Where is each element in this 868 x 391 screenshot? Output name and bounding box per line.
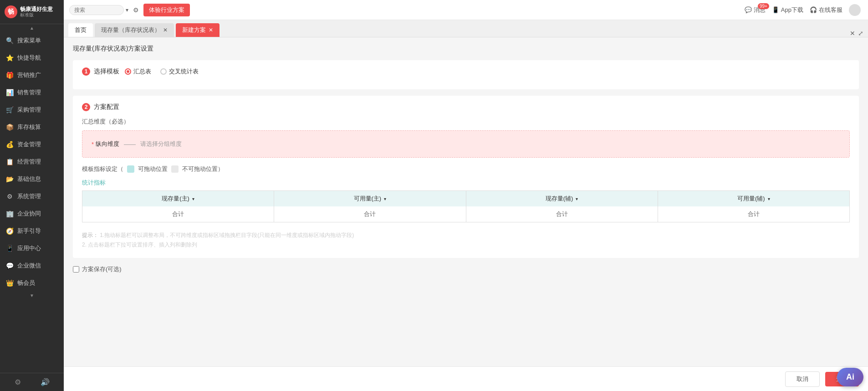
section-config: 2 方案配置 汇总维度（必选） * 纵向维度 —— 请选择分组维度 模板指标设定… [73, 96, 859, 258]
stats-col-4-data: 合计 [658, 206, 849, 222]
tip2-row: 2. 点击标题栏下拉可设置排序、插入列和删除列 [82, 241, 850, 249]
radio-cross[interactable]: 交叉统计表 [160, 67, 199, 76]
stats-col-2-dropdown-icon[interactable]: ▾ [384, 196, 386, 201]
radio-summary[interactable]: 汇总表 [125, 67, 151, 76]
sidebar-item-member[interactable]: 👑 畅会员 [0, 274, 64, 292]
stats-col-4-header[interactable]: 可用量(辅) ▾ [658, 191, 849, 206]
sidebar-item-label: 搜索菜单 [17, 36, 41, 45]
tab-home-label: 首页 [75, 26, 87, 34]
sidebar-item-app-center[interactable]: 📱 应用中心 [0, 240, 64, 257]
sidebar-scroll-down[interactable]: ▼ [0, 292, 64, 299]
save-label: 方案保存(可选) [82, 265, 122, 273]
save-checkbox[interactable] [73, 266, 79, 273]
stats-data-row: 合计 合计 合计 合计 [82, 206, 849, 222]
topbar-right: 💬 消息 99+ 📱 App下载 🎧 在线客服 [745, 4, 863, 16]
stats-table: 现存量(主) ▾ 可用量(主) ▾ 现存量(辅) ▾ 可用量(辅) ▾ [82, 190, 850, 222]
operations-icon: 📋 [5, 158, 14, 166]
sidebar-item-label: 新手引导 [17, 227, 41, 235]
stats-col-1-value: 合计 [172, 210, 184, 218]
tips-prefix: 提示： 1.拖动标题栏可以调整布局，不可跨维度或指标区域拖拽栏目字段(只能在同一… [82, 232, 850, 239]
save-row: 方案保存(可选) [73, 265, 859, 273]
cancel-button[interactable]: 取消 [785, 371, 820, 387]
finance-icon: 💰 [5, 140, 14, 149]
sidebar-item-label: 销售管理 [17, 88, 41, 97]
sidebar-item-label: 经营管理 [17, 158, 41, 166]
section1-number: 1 [82, 67, 90, 76]
radio-cross-label: 交叉统计表 [169, 67, 199, 76]
indicator-settings-label: 模板指标设定（ [82, 165, 123, 173]
sidebar-item-label: 企业微信 [17, 262, 41, 270]
sidebar-item-operations[interactable]: 📋 经营管理 [0, 153, 64, 170]
tip2-text: 2. 点击标题栏下拉可设置排序、插入列和删除列 [82, 242, 197, 248]
stats-col-3-header[interactable]: 现存量(辅) ▾ [466, 191, 658, 206]
section2-header: 2 方案配置 [82, 103, 850, 111]
dimension-dash: —— [124, 141, 136, 148]
user-avatar[interactable] [849, 4, 863, 16]
sidebar-item-search-menu[interactable]: 🔍 搜索菜单 [0, 32, 64, 49]
window-expand-icon[interactable]: ⤢ [858, 30, 863, 37]
sidebar-scroll-up[interactable]: ▲ [0, 24, 64, 32]
sidebar-item-wechat[interactable]: 💬 企业微信 [0, 257, 64, 274]
purchase-icon: 🛒 [5, 106, 14, 114]
sidebar-item-inventory[interactable]: 📦 库存核算 [0, 118, 64, 136]
sidebar: 畅 畅康通好生意 标准版 ▲ 🔍 搜索菜单 ⭐ 快捷导航 🎁 营销推广 📊 销售… [0, 0, 64, 391]
non-draggable-label: 不可拖动位置） [182, 165, 224, 173]
section1-title: 选择模板 [94, 67, 119, 76]
stats-col-1-header[interactable]: 现存量(主) ▾ [82, 191, 274, 206]
template-radio-group: 汇总表 交叉统计表 [125, 67, 199, 76]
dimension-box: * 纵向维度 —— 请选择分组维度 [82, 130, 850, 158]
sidebar-logo-title: 畅康通好生意 [20, 6, 53, 12]
sidebar-item-label: 营销推广 [17, 71, 41, 79]
dimension-required-mark: * [92, 141, 94, 148]
tab-home[interactable]: 首页 [68, 23, 93, 37]
stats-col-2-header[interactable]: 可用量(主) ▾ [274, 191, 466, 206]
tab-inventory-status[interactable]: 现存量（库存状况表） ✕ [95, 23, 174, 37]
online-service-button[interactable]: 🎧 在线客服 [810, 6, 842, 14]
sidebar-item-system[interactable]: ⚙ 系统管理 [0, 188, 64, 205]
settings-icon[interactable]: ⚙ [15, 378, 21, 386]
service-label: 在线客服 [819, 6, 842, 14]
sidebar-item-finance[interactable]: 💰 资金管理 [0, 136, 64, 153]
sidebar-item-marketing[interactable]: 🎁 营销推广 [0, 67, 64, 84]
tab-new-scheme[interactable]: 新建方案 ✕ [176, 23, 220, 37]
topbar-dropdown-icon[interactable]: ▾ [126, 7, 128, 13]
audio-icon[interactable]: 🔊 [41, 378, 50, 386]
tab-inventory-close-icon[interactable]: ✕ [163, 27, 168, 33]
topbar-gear-icon[interactable]: ⚙ [130, 5, 142, 15]
message-button[interactable]: 💬 消息 99+ [745, 6, 766, 14]
topbar-search-input[interactable] [69, 5, 124, 15]
section1-header: 1 选择模板 汇总表 交叉统计表 [82, 67, 850, 76]
tab-new-scheme-close-icon[interactable]: ✕ [209, 27, 213, 33]
app-download-button[interactable]: 📱 App下载 [772, 6, 803, 14]
stats-col-3-dropdown-icon[interactable]: ▾ [576, 196, 578, 201]
headset-icon: 🎧 [810, 6, 817, 13]
sidebar-item-sales[interactable]: 📊 销售管理 [0, 84, 64, 101]
stats-col-3-data: 合计 [466, 206, 658, 222]
radio-summary-label: 汇总表 [133, 67, 151, 76]
experience-button[interactable]: 体验行业方案 [143, 4, 190, 16]
dimension-placeholder[interactable]: 请选择分组维度 [140, 140, 182, 148]
stats-col-4-label: 可用量(辅) [737, 195, 765, 203]
window-close-icon[interactable]: ✕ [850, 30, 855, 37]
app-label: App下载 [781, 6, 803, 14]
stats-col-1-dropdown-icon[interactable]: ▾ [192, 196, 194, 201]
ai-fab-button[interactable]: Ai [837, 368, 863, 386]
quick-nav-icon: ⭐ [5, 54, 14, 62]
sidebar-item-enterprise[interactable]: 🏢 企业协同 [0, 205, 64, 222]
sidebar-item-basic-info[interactable]: 📂 基础信息 [0, 170, 64, 188]
sidebar-item-label: 采购管理 [17, 106, 41, 114]
stats-col-2-value: 合计 [364, 210, 376, 218]
sidebar-item-new-user[interactable]: 🧭 新手引导 [0, 222, 64, 240]
sidebar-logo-icon: 畅 [5, 5, 17, 18]
sidebar-item-purchase[interactable]: 🛒 采购管理 [0, 101, 64, 118]
draggable-label: 可拖动位置 [138, 165, 168, 173]
sidebar-item-quick-nav[interactable]: ⭐ 快捷导航 [0, 49, 64, 67]
system-icon: ⚙ [5, 192, 14, 201]
tips-label: 提示： [82, 232, 98, 238]
tips-section: 提示： 1.拖动标题栏可以调整布局，不可跨维度或指标区域拖拽栏目字段(只能在同一… [82, 232, 850, 249]
tip1-text: 1.拖动标题栏可以调整布局，不可跨维度或指标区域拖拽栏目字段(只能在同一维度或指… [100, 232, 354, 238]
tab-new-scheme-label: 新建方案 [182, 26, 206, 34]
stats-col-4-dropdown-icon[interactable]: ▾ [768, 196, 770, 201]
stats-col-2-label: 可用量(主) [354, 195, 382, 203]
message-icon: 💬 [745, 6, 752, 13]
